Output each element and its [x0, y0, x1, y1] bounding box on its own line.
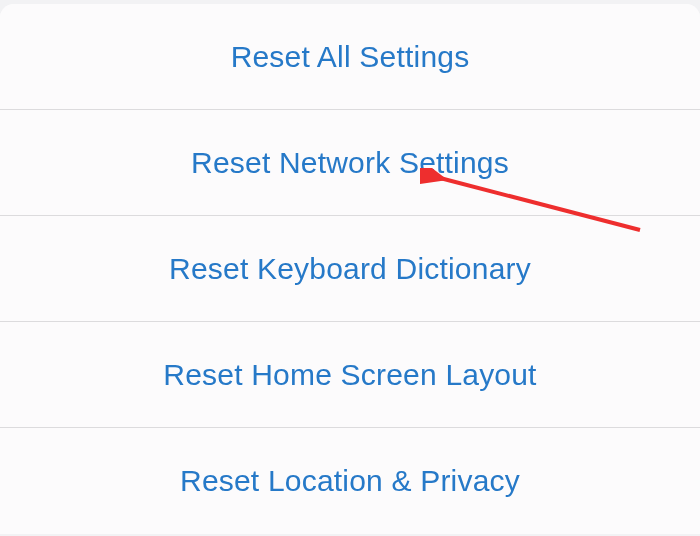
reset-network-settings-label: Reset Network Settings — [191, 146, 509, 180]
reset-keyboard-dictionary-item[interactable]: Reset Keyboard Dictionary — [0, 216, 700, 322]
reset-location-privacy-item[interactable]: Reset Location & Privacy — [0, 428, 700, 534]
reset-menu-list: Reset All Settings Reset Network Setting… — [0, 4, 700, 534]
reset-keyboard-dictionary-label: Reset Keyboard Dictionary — [169, 252, 531, 286]
reset-location-privacy-label: Reset Location & Privacy — [180, 464, 520, 498]
reset-all-settings-item[interactable]: Reset All Settings — [0, 4, 700, 110]
reset-home-screen-layout-item[interactable]: Reset Home Screen Layout — [0, 322, 700, 428]
reset-network-settings-item[interactable]: Reset Network Settings — [0, 110, 700, 216]
reset-all-settings-label: Reset All Settings — [231, 40, 470, 74]
reset-home-screen-layout-label: Reset Home Screen Layout — [163, 358, 536, 392]
